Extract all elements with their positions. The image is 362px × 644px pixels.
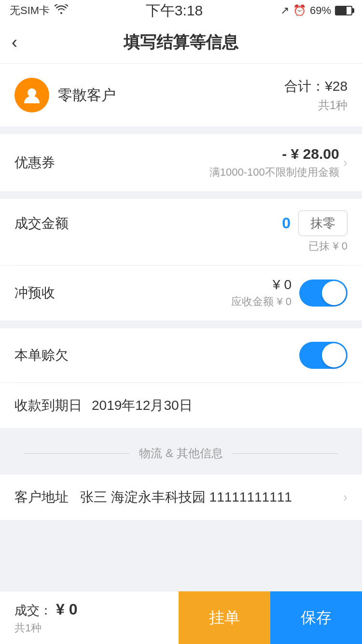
customer-section: 零散客户 合计：¥28 共1种 xyxy=(0,64,362,126)
nav-bar: ‹ 填写结算等信息 xyxy=(0,21,362,64)
address-label: 客户地址 xyxy=(14,488,69,506)
address-chevron-icon: › xyxy=(343,490,348,505)
avatar xyxy=(14,78,49,112)
svg-point-0 xyxy=(28,88,36,97)
alarm-icon: ⏰ xyxy=(293,4,306,17)
bottom-info: 成交： ¥ 0 共1种 xyxy=(0,601,179,635)
page-title: 填写结算等信息 xyxy=(124,31,238,54)
coupon-section[interactable]: 优惠券 - ¥ 28.00 满1000-100不限制使用金额 › xyxy=(0,134,362,191)
customer-right: 合计：¥28 共1种 xyxy=(284,77,348,113)
bottom-total-label: 成交： xyxy=(14,602,52,619)
save-button[interactable]: 保存 xyxy=(270,591,362,644)
transaction-value: 0 xyxy=(282,214,291,232)
customer-left: 零散客户 xyxy=(14,78,116,112)
logistics-line-left xyxy=(24,453,129,454)
divider-3 xyxy=(0,321,362,328)
content: 零散客户 合计：¥28 共1种 优惠券 - ¥ 28.00 满1000-100不… xyxy=(0,64,362,644)
prepay-toggle[interactable] xyxy=(299,280,348,307)
status-time: 下午3:18 xyxy=(146,1,203,21)
transaction-label: 成交金额 xyxy=(14,214,69,233)
battery-value: 69% xyxy=(310,4,331,17)
battery-icon xyxy=(335,6,352,15)
divider-2 xyxy=(0,191,362,199)
bottom-count: 共1种 xyxy=(14,621,164,635)
logistics-line-right xyxy=(233,453,338,454)
divider-1 xyxy=(0,126,362,134)
customer-name: 零散客户 xyxy=(58,85,116,105)
divider-5 xyxy=(0,471,362,475)
address-section[interactable]: 客户地址 张三 海淀永丰科技园 11111111111 › xyxy=(0,475,362,520)
duedate-value: 2019年12月30日 xyxy=(92,396,193,415)
credit-label: 本单赊欠 xyxy=(14,346,69,364)
logistics-header: 物流 & 其他信息 xyxy=(0,436,362,471)
prepay-right: ¥ 0 应收金额 ¥ 0 xyxy=(231,277,348,309)
sim-label: 无SIM卡 xyxy=(10,3,50,18)
prepay-label: 冲预收 xyxy=(14,284,55,302)
prepay-section: 冲预收 ¥ 0 应收金额 ¥ 0 xyxy=(0,266,362,321)
coupon-desc: 满1000-100不限制使用金额 xyxy=(209,165,339,180)
bottom-bar: 成交： ¥ 0 共1种 挂单 保存 xyxy=(0,591,362,644)
round-button[interactable]: 抹零 xyxy=(298,210,348,236)
status-left: 无SIM卡 xyxy=(10,3,68,18)
prepay-amount: ¥ 0 xyxy=(231,277,292,293)
transaction-right: 0 抹零 xyxy=(282,210,348,236)
address-value: 张三 海淀永丰科技园 11111111111 xyxy=(80,488,339,506)
bottom-total-value: ¥ 0 xyxy=(56,601,77,618)
coupon-amount: - ¥ 28.00 xyxy=(209,146,339,162)
hold-button[interactable]: 挂单 xyxy=(179,591,270,644)
customer-count: 共1种 xyxy=(284,98,348,113)
coupon-chevron-icon: › xyxy=(343,155,348,170)
customer-total: 合计：¥28 xyxy=(284,77,348,96)
transaction-sub: 已抹 ¥ 0 xyxy=(14,239,348,253)
coupon-label: 优惠券 xyxy=(14,154,55,172)
credit-toggle[interactable] xyxy=(299,342,348,369)
coupon-right: - ¥ 28.00 满1000-100不限制使用金额 xyxy=(209,146,339,180)
divider-4 xyxy=(0,428,362,436)
location-icon: ↗ xyxy=(280,4,289,17)
transaction-row: 成交金额 0 抹零 xyxy=(14,210,348,236)
transaction-section: 成交金额 0 抹零 已抹 ¥ 0 xyxy=(0,199,362,265)
duedate-label: 收款到期日 xyxy=(14,396,82,415)
back-button[interactable]: ‹ xyxy=(12,32,17,53)
duedate-section: 收款到期日 2019年12月30日 xyxy=(0,383,362,428)
prepay-row: 冲预收 ¥ 0 应收金额 ¥ 0 xyxy=(14,277,348,309)
status-right: ↗ ⏰ 69% xyxy=(280,4,352,17)
status-bar: 无SIM卡 下午3:18 ↗ ⏰ 69% xyxy=(0,0,362,21)
logistics-header-inner: 物流 & 其他信息 xyxy=(0,446,362,461)
prepay-amount-block: ¥ 0 应收金额 ¥ 0 xyxy=(231,277,292,309)
prepay-sub: 应收金额 ¥ 0 xyxy=(231,294,292,309)
credit-section: 本单赊欠 xyxy=(0,328,362,382)
wifi-icon xyxy=(55,4,68,17)
logistics-header-text: 物流 & 其他信息 xyxy=(139,446,223,461)
